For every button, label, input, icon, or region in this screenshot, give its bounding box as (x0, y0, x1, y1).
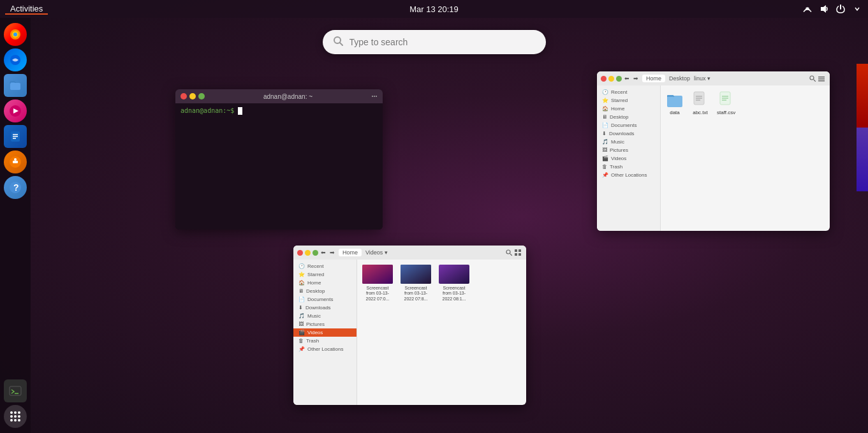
search-icon (333, 36, 343, 48)
sidebar-b-other[interactable]: 📌Other Locations (293, 345, 357, 353)
files-max-btn[interactable] (616, 76, 622, 82)
svg-rect-36 (667, 96, 682, 107)
sidebar-b-downloads[interactable]: ⬇Downloads (293, 304, 357, 312)
svg-marker-1 (821, 5, 826, 13)
color-panel (857, 64, 868, 191)
sidebar-item-downloads[interactable]: ⬇Downloads (597, 129, 660, 138)
window-close-btn[interactable] (180, 93, 187, 99)
topbar: Activities Mar 13 20:19 (0, 0, 868, 18)
activities-button[interactable]: Activities (5, 4, 48, 15)
window-maximize-btn[interactable] (198, 93, 205, 99)
video-icon-1[interactable]: Screencast from 03-13-2022 07:0... (362, 265, 393, 302)
svg-rect-35 (818, 80, 825, 82)
files-bottom-body: 🕐Recent ⭐Starred 🏠Home 🖥Desktop 📄Documen… (293, 260, 526, 405)
dock-rhythmbox[interactable] (4, 99, 27, 122)
terminal-content: adnan@adnan:~$ (175, 103, 383, 230)
terminal-window-thumb[interactable]: adnan@adnan: ~ adnan@adnan:~$ (175, 89, 383, 230)
video-icon-2[interactable]: Screencast from 03-13-2022 07:8... (401, 265, 431, 302)
svg-rect-7 (10, 83, 20, 90)
dock-thunderbird[interactable] (4, 48, 27, 71)
search-icon-files[interactable] (809, 75, 816, 82)
terminal-menu-icon (371, 93, 378, 99)
sidebar-item-videos[interactable]: 🎬Videos (597, 154, 660, 163)
topbar-menu-arrow[interactable] (851, 3, 863, 15)
sidebar-item-documents[interactable]: 📄Documents (597, 121, 660, 129)
sound-icon[interactable] (818, 3, 830, 15)
show-applications-button[interactable] (4, 405, 27, 428)
terminal-cursor (238, 107, 242, 115)
sidebar-item-starred[interactable]: ⭐Starred (597, 96, 660, 105)
sidebar-b-trash[interactable]: 🗑Trash (293, 337, 357, 345)
video-thumb-1 (362, 265, 393, 284)
files-bottom-address: ⬅ ➡ Home Videos ▾ (321, 249, 503, 256)
sidebar-b-starred[interactable]: ⭐Starred (293, 270, 357, 279)
files-top-titlebar: ⬅ ➡ Home Desktop linux ▾ (597, 71, 830, 85)
file-icon-data[interactable]: data (666, 91, 684, 115)
file-icon-abc[interactable]: abc.txt (691, 91, 709, 115)
svg-rect-33 (818, 77, 825, 78)
files-top-body: 🕐Recent ⭐Starred 🏠Home 🖥Desktop 📄Documen… (597, 85, 830, 231)
search-input[interactable] (349, 37, 536, 47)
svg-rect-16 (10, 386, 21, 395)
sidebar-item-music[interactable]: 🎵Music (597, 138, 660, 146)
files-top-sidebar: 🕐Recent ⭐Starred 🏠Home 🖥Desktop 📄Documen… (597, 85, 661, 231)
sidebar-item-home[interactable]: 🏠Home (597, 105, 660, 113)
sidebar-b-videos[interactable]: 🎬Videos (293, 328, 357, 337)
svg-rect-52 (362, 265, 393, 284)
application-dock: ? (0, 18, 31, 433)
video-thumb-3 (439, 265, 469, 284)
video-thumb-2 (401, 265, 431, 284)
network-icon[interactable] (802, 3, 813, 15)
files-b-max-btn[interactable] (313, 250, 318, 256)
sidebar-item-recent[interactable]: 🕐Recent (597, 88, 660, 96)
files-b-min-btn[interactable] (305, 250, 311, 256)
search-bar[interactable] (323, 30, 546, 54)
files-bottom-main: Screencast from 03-13-2022 07:0... Scree… (357, 260, 526, 405)
datetime-display: Mar 13 20:19 (409, 4, 459, 14)
svg-point-17 (10, 411, 13, 414)
window-minimize-btn[interactable] (189, 93, 196, 99)
sidebar-b-pictures[interactable]: 🖼Pictures (293, 320, 357, 328)
sidebar-item-trash[interactable]: 🗑Trash (597, 163, 660, 171)
sidebar-b-documents[interactable]: 📄Documents (293, 295, 357, 304)
sidebar-b-home[interactable]: 🏠Home (293, 279, 357, 287)
svg-point-28 (372, 96, 373, 97)
svg-point-20 (10, 415, 13, 418)
sidebar-b-music[interactable]: 🎵Music (293, 312, 357, 320)
svg-point-19 (18, 411, 20, 414)
search-icon-files-b[interactable] (506, 249, 512, 256)
svg-line-27 (340, 43, 342, 45)
dock-software[interactable] (4, 150, 27, 173)
terminal-prompt: adnan@adnan:~$ (180, 107, 238, 114)
svg-point-13 (14, 158, 17, 161)
dock-firefox[interactable] (4, 23, 27, 46)
dock-help[interactable]: ? (4, 176, 27, 199)
terminal-title: adnan@adnan: ~ (207, 93, 369, 100)
video-icon-3[interactable]: Screencast from 03-13-2022 08:1... (439, 265, 469, 302)
sidebar-item-desktop[interactable]: 🖥Desktop (597, 113, 660, 121)
files-bottom-titlebar: ⬅ ➡ Home Videos ▾ (293, 246, 526, 260)
sidebar-item-other[interactable]: 📌Other Locations (597, 171, 660, 179)
dock-libreoffice[interactable] (4, 125, 27, 148)
list-view-icon[interactable] (818, 75, 825, 82)
sidebar-item-pictures[interactable]: 🖼Pictures (597, 146, 660, 154)
sidebar-b-recent[interactable]: 🕐Recent (293, 262, 357, 270)
files-min-btn[interactable] (608, 76, 614, 82)
color-panel-red (857, 64, 868, 128)
dock-terminal[interactable] (4, 379, 27, 402)
files-window-bottom[interactable]: ⬅ ➡ Home Videos ▾ 🕐Recent ⭐Starred 🏠Home… (293, 246, 526, 405)
grid-view-icon[interactable] (515, 249, 521, 256)
sidebar-b-desktop[interactable]: 🖥Desktop (293, 287, 357, 295)
svg-rect-34 (818, 78, 825, 80)
file-icon-staff[interactable]: staff.csv (717, 91, 735, 115)
files-bottom-sidebar: 🕐Recent ⭐Starred 🏠Home 🖥Desktop 📄Documen… (293, 260, 357, 405)
files-b-close-btn[interactable] (297, 250, 303, 256)
svg-point-31 (810, 76, 814, 80)
svg-point-23 (10, 419, 13, 422)
svg-point-4 (13, 33, 17, 36)
files-close-btn[interactable] (601, 76, 607, 82)
svg-point-21 (14, 415, 17, 418)
power-icon[interactable] (835, 3, 846, 15)
dock-files[interactable] (4, 74, 27, 97)
files-window-top[interactable]: ⬅ ➡ Home Desktop linux ▾ 🕐Recent ⭐Starre… (597, 71, 830, 231)
